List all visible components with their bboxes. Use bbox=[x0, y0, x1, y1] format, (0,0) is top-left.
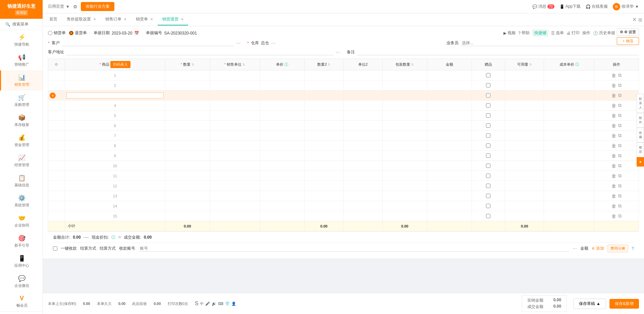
cell-price-4[interactable] bbox=[260, 101, 305, 111]
cell-qty-11[interactable] bbox=[165, 171, 210, 181]
cell-qty2-15[interactable] bbox=[305, 211, 343, 221]
cell-unit2-13[interactable] bbox=[343, 191, 382, 201]
cell-gift-12[interactable] bbox=[472, 181, 505, 191]
cell-cost_price-8[interactable] bbox=[544, 141, 594, 151]
expense-split-btn[interactable]: 费用分摊 bbox=[607, 245, 628, 252]
copy-row-3[interactable]: ⧉ bbox=[618, 92, 622, 98]
cell-qty-6[interactable] bbox=[165, 121, 210, 131]
industry-selector[interactable]: 日用百货 ▼ bbox=[48, 4, 70, 9]
cell-unit2-4[interactable] bbox=[343, 101, 382, 111]
warehouse-picker-btn[interactable]: ··· bbox=[271, 40, 275, 46]
cell-amount-10[interactable] bbox=[427, 161, 472, 171]
delete-row-9[interactable]: 🗑 bbox=[611, 153, 616, 159]
cell-unit-14[interactable] bbox=[210, 201, 260, 211]
gift-check-8[interactable] bbox=[486, 143, 490, 148]
cell-pkg_qty-7[interactable] bbox=[382, 131, 427, 141]
cell-cost_price-1[interactable] bbox=[544, 70, 594, 80]
cell-cost_price-11[interactable] bbox=[544, 171, 594, 181]
cell-unit-4[interactable] bbox=[210, 101, 260, 111]
cell-pkg_qty-14[interactable] bbox=[382, 201, 427, 211]
message-btn[interactable]: 💬 消息 70 bbox=[532, 4, 554, 9]
save-draft-btn[interactable]: 保存草稿 ▲ bbox=[573, 299, 606, 309]
sidebar-item-inventory[interactable]: 📦 库存核算 bbox=[0, 111, 43, 131]
cell-available-1[interactable] bbox=[505, 70, 544, 80]
cell-cost_price-13[interactable] bbox=[544, 191, 594, 201]
cell-available-10[interactable] bbox=[505, 161, 544, 171]
cell-pkg_qty-10[interactable] bbox=[382, 161, 427, 171]
cell-unit2-7[interactable] bbox=[343, 131, 382, 141]
cell-pkg_qty-8[interactable] bbox=[382, 141, 427, 151]
operation-btn[interactable]: 操作 bbox=[582, 30, 590, 36]
cell-unit-15[interactable] bbox=[210, 211, 260, 221]
cell-available-5[interactable] bbox=[505, 111, 544, 121]
cell-qty2-6[interactable] bbox=[305, 121, 343, 131]
cell-gift-14[interactable] bbox=[472, 201, 505, 211]
cell-unit-12[interactable] bbox=[210, 181, 260, 191]
cell-unit-11[interactable] bbox=[210, 171, 260, 181]
tab-sales-order-close[interactable]: ✕ bbox=[124, 17, 126, 21]
cell-gift-2[interactable] bbox=[472, 80, 505, 90]
cell-available-9[interactable] bbox=[505, 151, 544, 161]
gift-check-7[interactable] bbox=[486, 133, 490, 138]
cell-gift-9[interactable] bbox=[472, 151, 505, 161]
delete-row-3[interactable]: 🗑 bbox=[611, 93, 616, 98]
cell-qty-2[interactable] bbox=[165, 80, 210, 90]
rfb-active[interactable]: ■ bbox=[637, 157, 644, 167]
cell-qty-5[interactable] bbox=[165, 111, 210, 121]
cell-available-6[interactable] bbox=[505, 121, 544, 131]
cell-gift-6[interactable] bbox=[472, 121, 505, 131]
cell-cost_price-3[interactable] bbox=[544, 90, 594, 101]
cell-amount-9[interactable] bbox=[427, 151, 472, 161]
cell-amount-6[interactable] bbox=[427, 121, 472, 131]
cell-available-4[interactable] bbox=[505, 101, 544, 111]
delete-row-13[interactable]: 🗑 bbox=[611, 193, 616, 199]
cell-available-12[interactable] bbox=[505, 181, 544, 191]
cell-price-6[interactable] bbox=[260, 121, 305, 131]
cell-unit-8[interactable] bbox=[210, 141, 260, 151]
cell-unit2-3[interactable] bbox=[343, 90, 382, 101]
cell-price-15[interactable] bbox=[260, 211, 305, 221]
sidebar-item-basic-info[interactable]: 📋 基础信息 bbox=[0, 171, 43, 191]
cell-qty-12[interactable] bbox=[165, 181, 210, 191]
cell-qty2-3[interactable] bbox=[305, 90, 343, 101]
delete-row-5[interactable]: 🗑 bbox=[611, 113, 616, 118]
cell-amount-15[interactable] bbox=[427, 211, 472, 221]
cell-pkg_qty-6[interactable] bbox=[382, 121, 427, 131]
radio-sale-input[interactable] bbox=[48, 31, 52, 35]
cell-pkg_qty-13[interactable] bbox=[382, 191, 427, 201]
copy-row-9[interactable]: ⧉ bbox=[618, 153, 622, 159]
cell-cost_price-2[interactable] bbox=[544, 80, 594, 90]
cell-price-12[interactable] bbox=[260, 181, 305, 191]
sidebar-item-purchase[interactable]: 🛒 采购管理 bbox=[0, 90, 43, 111]
close-all-tabs-btn[interactable]: ✕ bbox=[632, 16, 637, 23]
tab-sales-bill[interactable]: 销货单 ✕ bbox=[131, 14, 158, 25]
cell-amount-5[interactable] bbox=[427, 111, 472, 121]
cell-price-7[interactable] bbox=[260, 131, 305, 141]
radio-sale-bill[interactable]: 销货单 bbox=[48, 30, 66, 36]
cell-gift-5[interactable] bbox=[472, 111, 505, 121]
cell-unit2-9[interactable] bbox=[343, 151, 382, 161]
cell-available-3[interactable] bbox=[505, 90, 544, 101]
cell-cost_price-12[interactable] bbox=[544, 181, 594, 191]
cell-amount-7[interactable] bbox=[427, 131, 472, 141]
cell-unit2-6[interactable] bbox=[343, 121, 382, 131]
product-input-3[interactable] bbox=[66, 92, 164, 99]
add-logistics-btn[interactable]: + 物流 bbox=[617, 37, 639, 45]
one-click-pay-checkbox[interactable] bbox=[53, 246, 57, 251]
remark-input[interactable] bbox=[357, 49, 639, 55]
video-btn[interactable]: ▶ 视频 bbox=[503, 30, 516, 36]
gift-check-10[interactable] bbox=[486, 164, 490, 168]
cell-unit2-12[interactable] bbox=[343, 181, 382, 191]
history-btn[interactable]: 🕐 历史单据 bbox=[593, 30, 615, 36]
online-service-btn[interactable]: 🎧 在线客服 bbox=[586, 4, 608, 9]
copy-row-7[interactable]: ⧉ bbox=[618, 133, 622, 138]
cell-unit-7[interactable] bbox=[210, 131, 260, 141]
copy-row-15[interactable]: ⧉ bbox=[618, 213, 622, 219]
cell-pkg_qty-11[interactable] bbox=[382, 171, 427, 181]
delete-row-8[interactable]: 🗑 bbox=[611, 143, 616, 148]
delete-row-10[interactable]: 🗑 bbox=[611, 163, 616, 169]
customer-picker-btn[interactable]: ··· bbox=[236, 40, 240, 46]
sidebar-search[interactable]: 🔍 搜索菜单 bbox=[0, 19, 43, 30]
tab-sales-bill-close[interactable]: ✕ bbox=[150, 17, 153, 21]
sidebar-item-wechat[interactable]: 💬 企业微信 bbox=[0, 271, 43, 292]
